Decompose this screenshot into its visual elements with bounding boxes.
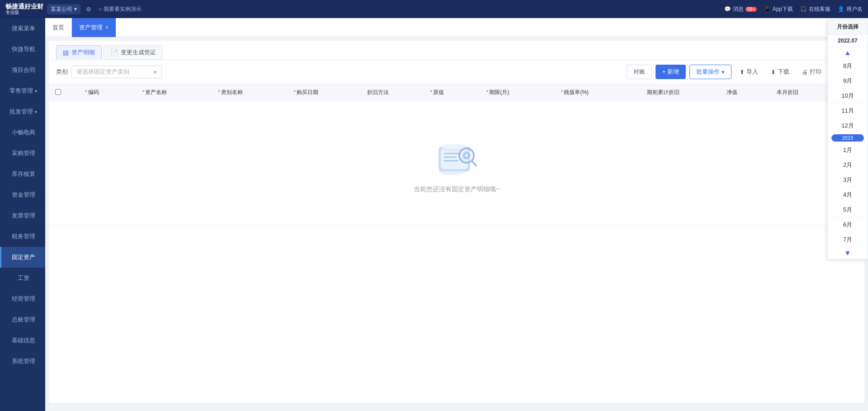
month-picker-label: 月份选择	[837, 23, 859, 31]
col-original-value: *原值	[412, 84, 462, 101]
col-monthly-depreciation: 本月折旧	[753, 84, 821, 101]
sidebar-quicknav-label: 快捷导航	[12, 46, 35, 52]
month-item-10[interactable]: 10月	[828, 89, 868, 104]
empty-state-cell: 当前您还没有固定资产明细哦~	[49, 101, 864, 226]
tab-home[interactable]: 首页	[45, 18, 72, 37]
table-header-row: *编码 *资产名称 *类别名称 *购买日期 折旧方法 *原值 *期限(月) *残…	[49, 84, 864, 101]
month-item-2[interactable]: 2月	[828, 158, 868, 173]
empty-state-row: 当前您还没有固定资产明细哦~	[49, 101, 864, 226]
svg-rect-3	[444, 153, 460, 154]
company-name: 某某公司	[51, 5, 72, 13]
sidebar-item-search[interactable]: 搜索菜单	[0, 18, 45, 39]
toolbar: 类别 请选择固定资产类别 ▾ 对账 + 新增 批量操作	[49, 60, 864, 84]
sidebar-item-project[interactable]: 项目合同	[0, 60, 45, 80]
sidebar-item-payroll[interactable]: 工资	[0, 268, 45, 288]
demo-icon: ○	[99, 6, 102, 12]
month-item-7[interactable]: 7月	[828, 232, 868, 247]
category-placeholder: 请选择固定资产类别	[76, 68, 129, 76]
sidebar-item-wholesale[interactable]: 批发管理 ▾	[0, 101, 45, 122]
topbar-right: 💬 消息 99+ 📱 App下载 🎧 在线客服 👤 用户名	[724, 5, 863, 13]
category-label: 类别	[56, 68, 68, 76]
month-item-6[interactable]: 6月	[828, 217, 868, 232]
sidebar-search-label: 搜索菜单	[12, 25, 35, 32]
month-item-8[interactable]: 8月	[828, 59, 868, 74]
import-button[interactable]: ⬆ 导入	[735, 65, 763, 79]
month-item-11[interactable]: 11月	[828, 104, 868, 118]
content-area: 首页 资产管理 × ▤ 资产明细 📄 变更生成凭证	[45, 18, 868, 411]
col-net-value: 净值	[710, 84, 753, 101]
app-download-button[interactable]: 📱 App下载	[764, 5, 793, 13]
headset-icon: 🎧	[800, 6, 807, 12]
svg-rect-5	[444, 160, 458, 161]
month-prev-button[interactable]: ▲	[828, 47, 868, 59]
sidebar-item-fixed-assets[interactable]: 固定资产	[0, 247, 45, 268]
bottom-scrollbar[interactable]	[49, 403, 864, 407]
month-next-button[interactable]: ▼	[828, 247, 868, 259]
month-picker-title: 月份选择	[828, 19, 868, 35]
print-button[interactable]: 🖨 打印	[797, 65, 826, 79]
sidebar-item-operations[interactable]: 经营管理	[0, 288, 45, 309]
col-depreciation-method: 折旧方法	[344, 84, 412, 101]
tab-close-icon[interactable]: ×	[105, 24, 108, 31]
sidebar-item-basics[interactable]: 基础信息	[0, 330, 45, 351]
tab-asset-management[interactable]: 资产管理 ×	[72, 18, 116, 37]
dropdown-icon: ▾	[74, 6, 77, 12]
app-logo: 畅捷通好业财 专业版	[5, 3, 43, 16]
sidebar-item-ledger[interactable]: 总账管理	[0, 309, 45, 330]
user-menu[interactable]: 👤 用户名	[838, 5, 863, 13]
sub-tab-asset-detail[interactable]: ▤ 资产明细	[56, 45, 102, 60]
chevron-down-icon: ▾	[35, 89, 37, 94]
category-select[interactable]: 请选择固定资产类别 ▾	[71, 66, 162, 78]
month-item-9[interactable]: 9月	[828, 74, 868, 89]
month-picker-year: 2022.07	[828, 35, 868, 47]
col-purchase-date: *购买日期	[268, 84, 344, 101]
print-icon: 🖨	[802, 69, 808, 76]
main-panel: ▤ 资产明细 📄 变更生成凭证 类别 请选择固定资产类别 ▾	[49, 41, 864, 407]
sidebar-item-tax[interactable]: 税务管理	[0, 226, 45, 247]
download-button[interactable]: ⬇ 下载	[766, 65, 794, 79]
message-icon: 💬	[724, 6, 731, 12]
message-button[interactable]: 💬 消息 99+	[724, 5, 757, 13]
month-picker-panel: 月份选择 2022.07 ▲ 8月 9月 10月 11月 12月 2023 1月…	[827, 19, 868, 260]
sub-tab-change-voucher[interactable]: 📄 变更生成凭证	[104, 45, 163, 60]
add-new-button[interactable]: + 新增	[656, 65, 686, 79]
reconcile-button[interactable]: 对账	[627, 65, 652, 79]
user-avatar: 👤	[838, 6, 844, 12]
month-item-1[interactable]: 1月	[828, 143, 868, 158]
col-code: *编码	[67, 84, 117, 101]
month-item-3[interactable]: 3月	[828, 173, 868, 188]
month-item-4[interactable]: 4月	[828, 188, 868, 203]
month-item-5[interactable]: 5月	[828, 203, 868, 217]
doc-icon: 📄	[110, 49, 118, 56]
tab-bar: 首页 资产管理 ×	[45, 18, 868, 37]
chevron-down-icon: ▾	[35, 109, 37, 114]
sidebar-item-retail[interactable]: 零售管理 ▾	[0, 80, 45, 101]
svg-point-9	[462, 151, 472, 161]
sidebar-item-quicknav[interactable]: 快捷导航	[0, 39, 45, 60]
month-item-year-2023: 2023	[831, 134, 864, 142]
sidebar-item-finance[interactable]: 资金管理	[0, 184, 45, 205]
online-service-button[interactable]: 🎧 在线客服	[800, 5, 830, 13]
sidebar-item-purchase[interactable]: 采购管理	[0, 143, 45, 164]
sidebar: 搜索菜单 快捷导航 项目合同 零售管理 ▾ 批发管理 ▾ 小畅电商 采购管理 库	[0, 18, 45, 411]
empty-message: 当前您还没有固定资产明细哦~	[414, 185, 500, 194]
main-layout: 搜索菜单 快捷导航 项目合同 零售管理 ▾ 批发管理 ▾ 小畅电商 采购管理 库	[0, 18, 868, 411]
settings-icon[interactable]: ⚙	[86, 6, 91, 13]
select-all-checkbox-header[interactable]	[49, 84, 67, 101]
month-item-12[interactable]: 12月	[828, 118, 868, 133]
sidebar-item-inventory[interactable]: 库存核算	[0, 164, 45, 184]
sidebar-item-system[interactable]: 系统管理	[0, 351, 45, 372]
select-all-checkbox[interactable]	[55, 89, 61, 95]
batch-ops-button[interactable]: 批量操作 ▾	[689, 65, 731, 79]
page-content: ▤ 资产明细 📄 变更生成凭证 类别 请选择固定资产类别 ▾	[45, 37, 868, 411]
demo-link[interactable]: ○ 我要看实例演示	[99, 5, 142, 13]
sidebar-item-invoice[interactable]: 发票管理	[0, 205, 45, 226]
month-list: 8月 9月 10月 11月 12月 2023 1月 2月 3月 4月 5月 6月…	[828, 59, 868, 247]
sub-tabs: ▤ 资产明细 📄 变更生成凭证	[49, 41, 864, 60]
sidebar-item-ecommerce[interactable]: 小畅电商	[0, 122, 45, 143]
import-icon: ⬆	[740, 69, 745, 76]
company-selector[interactable]: 某某公司 ▾	[47, 4, 80, 14]
list-icon: ▤	[63, 49, 69, 56]
col-period: *期限(月)	[462, 84, 533, 101]
svg-line-10	[472, 161, 476, 165]
